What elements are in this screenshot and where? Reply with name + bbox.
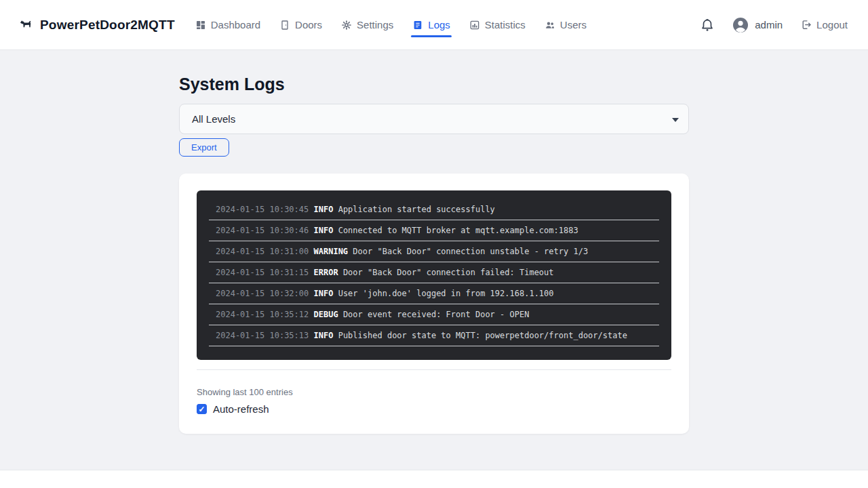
users-icon [545,20,555,30]
log-message: Door "Back Door" connection unstable - r… [353,247,588,256]
auto-refresh-label: Auto-refresh [213,403,269,415]
main-nav: Dashboard Doors Settings Logs Statistics [195,0,587,50]
log-row: 2024-01-15 10:32:00 INFO User 'john.doe'… [209,283,659,304]
user-chip[interactable]: admin [732,17,783,33]
log-row: 2024-01-15 10:30:46 INFO Connected to MQ… [209,220,659,241]
log-row: 2024-01-15 10:31:15 ERROR Door "Back Doo… [209,262,659,283]
gear-icon [341,20,352,30]
dog-logo-icon [19,18,34,33]
nav-item-logs[interactable]: Logs [412,0,450,50]
log-message: Door "Back Door" connection failed: Time… [343,268,554,277]
nav-label: Statistics [485,19,526,30]
logout-icon [800,19,812,30]
username: admin [755,19,783,30]
divider [197,369,671,370]
logout-label: Logout [816,19,848,30]
export-button[interactable]: Export [179,138,229,157]
page-title: System Logs [179,75,689,94]
app-header: PowerPetDoor2MQTT Dashboard Doors Settin… [0,0,868,50]
log-level: DEBUG [314,310,338,319]
log-message: Door event received: Front Door - OPEN [343,310,530,319]
nav-label: Users [560,19,587,30]
log-row: 2024-01-15 10:35:13 INFO Published door … [209,325,659,346]
avatar-icon [732,17,749,33]
log-timestamp: 2024-01-15 10:35:12 [216,310,309,319]
log-level: INFO [314,226,334,235]
main-content: System Logs All Levels Export 2024-01-15… [0,50,868,470]
log-level: INFO [314,289,334,298]
nav-item-dashboard[interactable]: Dashboard [195,0,260,50]
nav-label: Doors [295,19,322,30]
log-row: 2024-01-15 10:31:00 WARNING Door "Back D… [209,241,659,262]
nav-item-settings[interactable]: Settings [341,0,393,50]
log-level-select[interactable]: All Levels [179,104,689,134]
chevron-down-icon [672,118,679,122]
auto-refresh-row: Auto-refresh [197,403,671,415]
brand: PowerPetDoor2MQTT [19,18,175,33]
log-message: Published door state to MQTT: powerpetdo… [338,331,627,340]
logout-button[interactable]: Logout [800,19,848,30]
log-message: Application started successfully [338,205,495,214]
header-right: admin Logout [700,17,848,33]
statistics-icon [469,20,480,30]
log-timestamp: 2024-01-15 10:32:00 [216,289,309,298]
log-message: User 'john.doe' logged in from 192.168.1… [338,289,554,298]
log-timestamp: 2024-01-15 10:31:00 [216,247,309,256]
door-icon [279,20,290,30]
nav-item-statistics[interactable]: Statistics [469,0,526,50]
logs-icon [412,20,423,30]
dashboard-icon [195,20,206,30]
log-level: INFO [314,331,334,340]
nav-label: Settings [357,19,393,30]
auto-refresh-checkbox[interactable] [197,404,207,414]
log-level: INFO [314,205,334,214]
brand-name: PowerPetDoor2MQTT [40,18,175,33]
nav-label: Dashboard [211,19,260,30]
nav-item-users[interactable]: Users [545,0,587,50]
log-card: 2024-01-15 10:30:45 INFO Application sta… [179,174,689,434]
log-timestamp: 2024-01-15 10:35:13 [216,331,309,340]
log-row: 2024-01-15 10:30:45 INFO Application sta… [209,199,659,220]
log-level: ERROR [314,268,338,277]
notifications-bell-icon[interactable] [700,17,715,33]
log-terminal: 2024-01-15 10:30:45 INFO Application sta… [197,190,671,360]
log-level-selected-value: All Levels [192,113,235,125]
log-message: Connected to MQTT broker at mqtt.example… [338,226,578,235]
log-timestamp: 2024-01-15 10:30:46 [216,226,309,235]
log-timestamp: 2024-01-15 10:30:45 [216,205,309,214]
app-footer: PowerPetDoor2MQTT v0.1.0 [0,470,868,488]
log-row: 2024-01-15 10:35:12 DEBUG Door event rec… [209,304,659,325]
nav-label: Logs [428,19,450,30]
nav-item-doors[interactable]: Doors [279,0,322,50]
log-level: WARNING [314,247,349,256]
showing-entries-text: Showing last 100 entries [197,387,671,397]
log-timestamp: 2024-01-15 10:31:15 [216,268,309,277]
